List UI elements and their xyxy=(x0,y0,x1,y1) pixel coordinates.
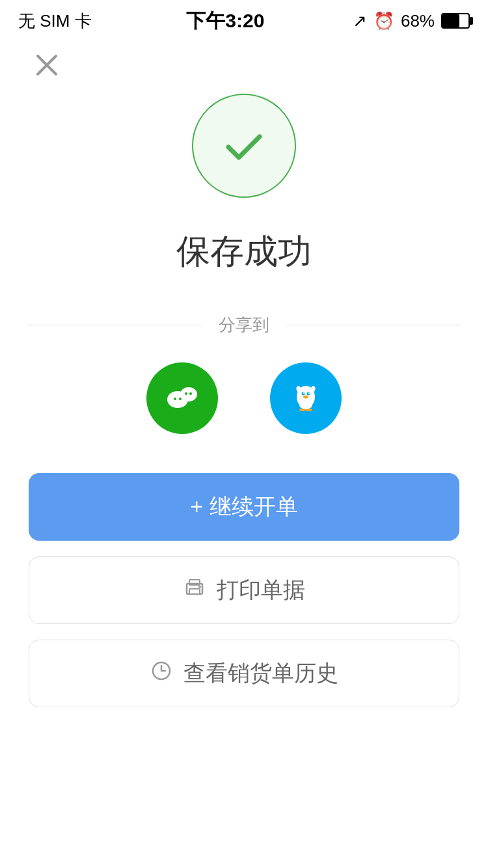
history-icon xyxy=(150,659,173,688)
qq-share-button[interactable] xyxy=(270,362,342,434)
success-icon xyxy=(192,94,296,198)
svg-point-17 xyxy=(299,400,312,409)
svg-point-10 xyxy=(302,392,305,396)
svg-point-19 xyxy=(306,409,312,411)
no-sim-label: 无 SIM 卡 xyxy=(18,10,92,33)
continue-order-label: + 继续开单 xyxy=(190,492,297,522)
battery-label: 68% xyxy=(401,11,435,31)
history-label: 查看销货单历史 xyxy=(183,658,338,688)
share-divider: 分享到 xyxy=(0,314,488,336)
svg-point-4 xyxy=(185,392,187,395)
share-section: 分享到 xyxy=(0,314,488,434)
divider-left xyxy=(26,325,203,325)
svg-point-11 xyxy=(307,392,310,396)
print-button[interactable]: 打印单据 xyxy=(29,556,459,624)
print-label: 打印单据 xyxy=(217,575,305,605)
status-bar: 无 SIM 卡 下午3:20 ↗ ⏰ 68% xyxy=(0,0,488,42)
status-time: 下午3:20 xyxy=(186,8,264,34)
close-button[interactable] xyxy=(29,47,65,83)
divider-right xyxy=(285,325,462,325)
wechat-share-button[interactable] xyxy=(146,362,218,434)
actions: + 继续开单 打印单据 查看销货单历史 xyxy=(0,473,488,707)
share-label: 分享到 xyxy=(203,314,285,336)
share-icons xyxy=(146,362,342,434)
status-left: 无 SIM 卡 xyxy=(18,10,98,33)
svg-point-13 xyxy=(308,392,310,394)
success-title: 保存成功 xyxy=(176,229,312,275)
svg-point-5 xyxy=(189,392,192,395)
svg-rect-22 xyxy=(189,589,200,594)
svg-point-23 xyxy=(198,586,201,588)
location-icon: ↗ xyxy=(353,11,367,31)
svg-point-3 xyxy=(180,387,197,401)
status-right: ↗ ⏰ 68% xyxy=(353,11,470,31)
svg-point-18 xyxy=(299,409,306,411)
svg-point-7 xyxy=(179,398,182,400)
continue-order-button[interactable]: + 继续开单 xyxy=(29,473,459,541)
svg-point-12 xyxy=(303,392,305,394)
print-icon xyxy=(183,576,206,604)
svg-point-14 xyxy=(303,396,308,399)
history-button[interactable]: 查看销货单历史 xyxy=(29,640,459,707)
svg-point-6 xyxy=(174,398,176,400)
alarm-icon: ⏰ xyxy=(373,11,394,31)
main-content: 保存成功 分享到 xyxy=(0,42,488,707)
battery-icon xyxy=(441,13,470,29)
